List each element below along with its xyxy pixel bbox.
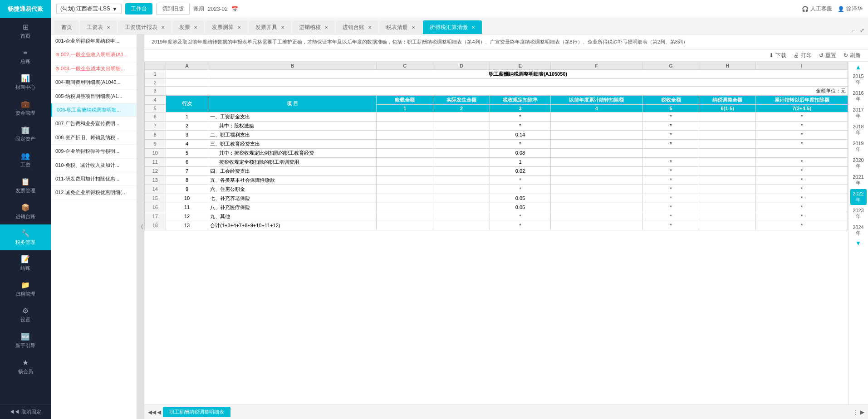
- cell-17-H[interactable]: [699, 212, 756, 221]
- cell-6-G[interactable]: *: [642, 112, 699, 121]
- cell-9-I[interactable]: *: [756, 139, 848, 148]
- file-item-009[interactable]: 009-企业所得税弥补亏损明...: [51, 145, 137, 158]
- cell-6-E[interactable]: *: [490, 112, 550, 121]
- cell-9-E[interactable]: *: [490, 139, 550, 148]
- cell-10-D[interactable]: [433, 148, 490, 157]
- cell-16-E[interactable]: 0.05: [490, 203, 550, 212]
- cell-16-C[interactable]: [377, 203, 433, 212]
- year-2020[interactable]: 2020年: [850, 156, 867, 171]
- cell-7-E[interactable]: *: [490, 121, 550, 130]
- cell-13-B[interactable]: 五、各类基本社会保障性缴款: [208, 175, 377, 185]
- sidebar-item-payroll[interactable]: 👥 工资: [0, 147, 51, 173]
- tab-audit[interactable]: 进销稽核 ✕: [292, 20, 335, 34]
- sidebar-item-settings[interactable]: ⚙ 设置: [0, 302, 51, 328]
- year-2022[interactable]: 2022年: [850, 189, 867, 205]
- cell-15-G[interactable]: *: [642, 194, 699, 203]
- cell-9-B[interactable]: 三、职工教育经费支出: [208, 139, 377, 148]
- cell-12-D[interactable]: [433, 166, 490, 175]
- cell-9-D[interactable]: [433, 139, 490, 148]
- cell-7-F[interactable]: [551, 121, 643, 130]
- cell-8-I[interactable]: *: [756, 130, 848, 139]
- cell-11-A[interactable]: 6: [166, 157, 208, 166]
- year-2023[interactable]: 2023年: [850, 206, 867, 222]
- cell-16-H[interactable]: [699, 203, 756, 212]
- cell-14-D[interactable]: [433, 185, 490, 194]
- workbench-button[interactable]: 工作台: [125, 3, 152, 15]
- cell-17-E[interactable]: *: [490, 212, 550, 221]
- cutover-button[interactable]: 切到旧版: [156, 3, 190, 15]
- cell-13-D[interactable]: [433, 175, 490, 185]
- more-sheets-icon[interactable]: ⋮: [853, 409, 858, 415]
- file-item-012[interactable]: 012-减免企业所得税优惠明细(…: [51, 186, 137, 200]
- cell-6-I[interactable]: *: [756, 112, 848, 121]
- sidebar-item-assets[interactable]: 🏢 固定资产: [0, 121, 51, 147]
- cell-9-G[interactable]: *: [642, 139, 699, 148]
- cell-9-H[interactable]: [699, 139, 756, 148]
- year-2024[interactable]: 2024年: [850, 223, 867, 239]
- sidebar-item-ledger[interactable]: ≡ 总账: [0, 44, 51, 69]
- cell-14-A[interactable]: 9: [166, 185, 208, 194]
- cell-15-C[interactable]: [377, 194, 433, 203]
- cell-2-A[interactable]: [166, 78, 208, 86]
- cell-10-H[interactable]: [699, 148, 756, 157]
- cell-3-A[interactable]: [166, 86, 208, 95]
- sidebar-item-reports[interactable]: 📊 报表中心: [0, 69, 51, 95]
- cell-8-D[interactable]: [433, 130, 490, 139]
- cell-7-G[interactable]: *: [642, 121, 699, 130]
- cell-16-D[interactable]: [433, 203, 490, 212]
- cell-11-B[interactable]: 按税收规定全额扣除的职工培训费用: [208, 157, 377, 166]
- cell-11-D[interactable]: [433, 157, 490, 166]
- print-button[interactable]: 🖨 打印: [794, 52, 812, 59]
- cell-18-I[interactable]: *: [756, 221, 848, 230]
- year-2021[interactable]: 2021年: [850, 172, 867, 188]
- cell-12-B[interactable]: 四、工会经费支出: [208, 166, 377, 175]
- cell-13-A[interactable]: 8: [166, 175, 208, 185]
- tab-close-invoice-issue[interactable]: ✕: [281, 25, 284, 30]
- year-2018[interactable]: 2018年: [850, 122, 867, 138]
- cell-8-G[interactable]: *: [642, 130, 699, 139]
- cell-16-B[interactable]: 八、补充医疗保险: [208, 203, 377, 212]
- year-2019[interactable]: 2019年: [850, 139, 867, 155]
- cell-10-E[interactable]: 0.08: [490, 148, 550, 157]
- file-item-008[interactable]: 008-资产折旧、摊销及纳税...: [51, 131, 137, 145]
- sidebar-item-closing[interactable]: 📝 结账: [0, 250, 51, 276]
- cell-10-F[interactable]: [551, 148, 643, 157]
- cell-12-A[interactable]: 7: [166, 166, 208, 175]
- file-item-011[interactable]: 011-研发费用加计扣除优惠...: [51, 172, 137, 186]
- sidebar-item-archive[interactable]: 📁 归档管理: [0, 276, 51, 302]
- file-item-007[interactable]: 007-广告费和业务宣传费明...: [51, 117, 137, 131]
- year-2017[interactable]: 2017年: [850, 105, 867, 121]
- cell-12-G[interactable]: *: [642, 166, 699, 175]
- cell-15-E[interactable]: 0.05: [490, 194, 550, 203]
- cell-18-B[interactable]: 合计(1+3+4+7+8+9+10+11+12): [208, 221, 377, 230]
- user-profile[interactable]: 👤 徐泽华: [838, 5, 863, 13]
- collapse-panel-button[interactable]: 《: [137, 34, 144, 419]
- tab-home[interactable]: 首页: [54, 20, 79, 34]
- sidebar-item-home[interactable]: ⊞ 首页: [0, 18, 51, 44]
- year-2016[interactable]: 2016年: [850, 88, 867, 104]
- cell-9-A[interactable]: 4: [166, 139, 208, 148]
- cell-18-F[interactable]: [551, 221, 643, 230]
- cell-6-D[interactable]: [433, 112, 490, 121]
- cell-15-D[interactable]: [433, 194, 490, 203]
- sheet-nav-next[interactable]: ▶: [860, 409, 864, 415]
- tab-invoice-calc[interactable]: 发票测算 ✕: [205, 20, 248, 34]
- cell-6-F[interactable]: [551, 112, 643, 121]
- cell-17-I[interactable]: *: [756, 212, 848, 221]
- tab-invoice-issue[interactable]: 发票开具 ✕: [249, 20, 291, 34]
- cell-14-E[interactable]: *: [490, 185, 550, 194]
- cell-6-H[interactable]: [699, 112, 756, 121]
- cell-17-B[interactable]: 九、其他: [208, 212, 377, 221]
- cell-12-F[interactable]: [551, 166, 643, 175]
- year-2015[interactable]: 2015年: [850, 72, 867, 88]
- cell-13-E[interactable]: *: [490, 175, 550, 185]
- cell-8-C[interactable]: [377, 130, 433, 139]
- cell-11-E[interactable]: 1: [490, 157, 550, 166]
- cell-6-A[interactable]: 1: [166, 112, 208, 121]
- cell-17-D[interactable]: [433, 212, 490, 221]
- cell-15-A[interactable]: 10: [166, 194, 208, 203]
- file-item-010[interactable]: 010-免税、减计收入及加计...: [51, 159, 137, 172]
- company-selector[interactable]: (勾划) 江西睿宝-LSS ▼: [56, 4, 122, 14]
- tab-tax-register[interactable]: 税表清册 ✕: [379, 20, 422, 34]
- tab-purchase-ledger[interactable]: 进销台账 ✕: [336, 20, 378, 34]
